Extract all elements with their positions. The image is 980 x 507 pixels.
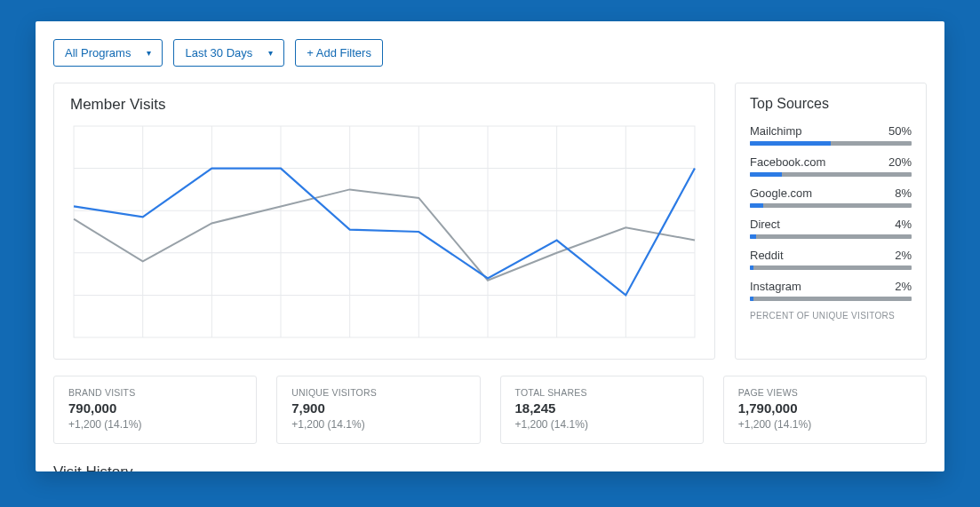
stat-value: 7,900 <box>291 400 465 416</box>
source-percent: 50% <box>888 124 912 138</box>
source-percent: 2% <box>895 249 912 262</box>
source-bar <box>750 234 912 239</box>
source-bar-fill <box>750 172 782 177</box>
source-label: Google.com <box>750 186 812 200</box>
chevron-down-icon: ▾ <box>268 48 273 58</box>
stat-delta: +1,200 (14.1%) <box>515 418 689 431</box>
stat-delta: +1,200 (14.1%) <box>291 418 465 431</box>
stat-delta: +1,200 (14.1%) <box>738 418 912 431</box>
stat-value: 1,790,000 <box>738 400 912 416</box>
chart-grid <box>74 126 695 337</box>
source-row: Facebook.com20% <box>750 155 912 177</box>
source-bar-fill <box>750 141 831 146</box>
stat-card: UNIQUE VISITORS7,900+1,200 (14.1%) <box>276 376 480 444</box>
top-sources-list: Mailchimp50%Facebook.com20%Google.com8%D… <box>750 124 912 301</box>
program-filter[interactable]: All Programs ▾ <box>53 39 163 67</box>
top-sources-title: Top Sources <box>750 96 912 112</box>
stat-value: 18,245 <box>515 400 689 416</box>
top-row: Member Visits Top Sources Mailchimp50%Fa… <box>53 83 927 360</box>
date-range-label: Last 30 Days <box>185 46 252 59</box>
source-bar-fill <box>750 203 763 208</box>
stat-card: TOTAL SHARES18,245+1,200 (14.1%) <box>500 376 704 444</box>
source-bar <box>750 297 912 301</box>
source-bar-fill <box>750 297 753 301</box>
add-filters-label: + Add Filters <box>307 46 371 59</box>
stat-card: PAGE VIEWS1,790,000+1,200 (14.1%) <box>723 376 927 444</box>
source-bar <box>750 141 912 146</box>
source-label: Instagram <box>750 280 801 293</box>
source-percent: 4% <box>895 218 912 231</box>
chart-series-b <box>74 189 695 280</box>
source-row: Mailchimp50% <box>750 124 912 146</box>
member-visits-chart <box>70 123 698 343</box>
source-row: Instagram2% <box>750 280 912 301</box>
date-range-filter[interactable]: Last 30 Days ▾ <box>173 39 284 67</box>
source-label: Facebook.com <box>750 155 825 169</box>
filter-bar: All Programs ▾ Last 30 Days ▾ + Add Filt… <box>53 39 927 67</box>
source-row: Direct4% <box>750 218 912 239</box>
svg-rect-0 <box>74 126 695 337</box>
source-bar <box>750 203 912 208</box>
source-bar-fill <box>750 234 756 239</box>
stat-label: BRAND VISITS <box>68 387 242 398</box>
stats-row: BRAND VISITS790,000+1,200 (14.1%)UNIQUE … <box>53 376 927 444</box>
source-percent: 20% <box>888 155 912 169</box>
stat-label: TOTAL SHARES <box>515 387 689 398</box>
stat-value: 790,000 <box>68 400 242 416</box>
source-row: Reddit2% <box>750 249 912 270</box>
source-bar <box>750 172 912 177</box>
member-visits-card: Member Visits <box>53 83 715 360</box>
stat-label: UNIQUE VISITORS <box>291 387 465 398</box>
dashboard-page: All Programs ▾ Last 30 Days ▾ + Add Filt… <box>36 21 944 471</box>
stat-label: PAGE VIEWS <box>738 387 912 398</box>
source-percent: 2% <box>895 280 912 293</box>
program-filter-label: All Programs <box>65 46 131 59</box>
chevron-down-icon: ▾ <box>147 48 151 58</box>
source-bar-fill <box>750 265 753 270</box>
add-filters-button[interactable]: + Add Filters <box>295 39 383 67</box>
stat-card: BRAND VISITS790,000+1,200 (14.1%) <box>53 376 257 444</box>
source-bar <box>750 265 912 270</box>
top-sources-card: Top Sources Mailchimp50%Facebook.com20%G… <box>735 83 927 360</box>
source-label: Mailchimp <box>750 124 802 138</box>
source-percent: 8% <box>895 186 912 200</box>
source-label: Direct <box>750 218 780 231</box>
source-label: Reddit <box>750 249 784 262</box>
chart-title: Member Visits <box>70 96 698 114</box>
stat-delta: +1,200 (14.1%) <box>68 418 242 431</box>
source-row: Google.com8% <box>750 186 912 208</box>
visit-history-title: Visit History <box>53 463 927 471</box>
chart-series-a <box>74 169 695 296</box>
top-sources-footnote: PERCENT OF UNIQUE VISITORS <box>750 311 912 321</box>
